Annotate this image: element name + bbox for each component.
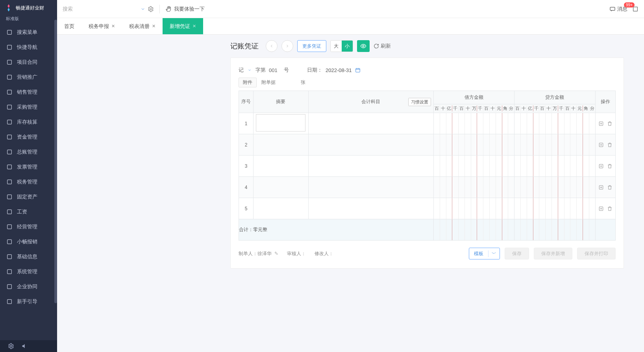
- summary-input[interactable]: [256, 114, 305, 132]
- next-voucher-button[interactable]: [281, 40, 293, 52]
- amount-cell[interactable]: [459, 113, 465, 134]
- account-cell[interactable]: [308, 177, 433, 198]
- amount-cell[interactable]: [521, 113, 527, 134]
- tab-3[interactable]: 新增凭证✕: [163, 18, 203, 34]
- amount-cell[interactable]: [459, 134, 465, 155]
- amount-cell[interactable]: [434, 177, 440, 198]
- template-button[interactable]: 模板 ﹀: [469, 248, 500, 259]
- sidebar-item-2[interactable]: 项目合同: [0, 55, 57, 70]
- amount-cell[interactable]: [434, 198, 440, 219]
- sidebar-item-17[interactable]: 企业协同: [0, 279, 57, 294]
- sidebar-item-4[interactable]: 销售管理: [0, 85, 57, 100]
- amount-cell[interactable]: [558, 113, 564, 134]
- amount-cell[interactable]: [508, 134, 514, 155]
- amount-cell[interactable]: [496, 113, 502, 134]
- sidebar-item-7[interactable]: 资金管理: [0, 130, 57, 145]
- delete-row-icon[interactable]: [607, 121, 613, 126]
- amount-cell[interactable]: [434, 113, 440, 134]
- amount-cell[interactable]: [558, 134, 564, 155]
- amount-cell[interactable]: [527, 113, 533, 134]
- amount-cell[interactable]: [570, 177, 577, 198]
- amount-cell[interactable]: [583, 113, 589, 134]
- amount-cell[interactable]: [465, 113, 471, 134]
- amount-cell[interactable]: [508, 198, 514, 219]
- amount-cell[interactable]: [440, 113, 446, 134]
- add-row-icon[interactable]: [598, 206, 604, 211]
- amount-cell[interactable]: [446, 177, 453, 198]
- amount-cell[interactable]: [496, 134, 502, 155]
- amount-cell[interactable]: [546, 156, 552, 176]
- close-icon[interactable]: ✕: [152, 24, 155, 29]
- chevron-down-icon[interactable]: [248, 68, 252, 72]
- save-button[interactable]: 保存: [505, 248, 529, 259]
- add-row-icon[interactable]: [598, 163, 604, 169]
- more-voucher-button[interactable]: 更多凭证: [297, 40, 326, 52]
- sidebar-item-13[interactable]: 经营管理: [0, 219, 57, 234]
- amount-cell[interactable]: [440, 198, 446, 219]
- amount-cell[interactable]: [483, 156, 490, 176]
- amount-cell[interactable]: [459, 198, 465, 219]
- sidebar-item-12[interactable]: 工资: [0, 204, 57, 219]
- view-toggle-button[interactable]: [357, 40, 370, 52]
- amount-cell[interactable]: [521, 198, 527, 219]
- sidebar-item-16[interactable]: 系统管理: [0, 264, 57, 279]
- amount-cell[interactable]: [577, 177, 583, 198]
- amount-cell[interactable]: [521, 134, 527, 155]
- amount-cell[interactable]: [446, 198, 453, 219]
- add-row-icon[interactable]: [598, 121, 604, 126]
- account-cell[interactable]: [308, 198, 433, 219]
- amount-cell[interactable]: [546, 134, 552, 155]
- sidebar-item-5[interactable]: 采购管理: [0, 100, 57, 115]
- sidebar-item-18[interactable]: 新手引导: [0, 294, 57, 309]
- amount-cell[interactable]: [471, 177, 477, 198]
- sidebar-item-3[interactable]: 营销推广: [0, 70, 57, 85]
- amount-cell[interactable]: [459, 156, 465, 176]
- account-cell[interactable]: [308, 113, 433, 134]
- sidebar-item-0[interactable]: 搜索菜单: [0, 25, 57, 40]
- amount-cell[interactable]: [527, 177, 533, 198]
- prev-voucher-button[interactable]: [266, 40, 278, 52]
- amount-cell[interactable]: [539, 134, 546, 155]
- sidebar-item-1[interactable]: 快捷导航: [0, 40, 57, 55]
- amount-cell[interactable]: [570, 134, 577, 155]
- amount-cell[interactable]: [483, 177, 490, 198]
- amount-cell[interactable]: [446, 156, 453, 176]
- amount-cell[interactable]: [477, 156, 483, 176]
- amount-cell[interactable]: [471, 113, 477, 134]
- amount-cell[interactable]: [552, 198, 558, 219]
- sidebar-item-9[interactable]: 发票管理: [0, 159, 57, 174]
- summary-cell[interactable]: [253, 156, 308, 177]
- save-new-button[interactable]: 保存并新增: [534, 248, 572, 259]
- amount-cell[interactable]: [564, 177, 571, 198]
- add-row-icon[interactable]: [598, 142, 604, 148]
- sidebar-item-14[interactable]: 小畅报销: [0, 234, 57, 249]
- amount-cell[interactable]: [465, 177, 471, 198]
- amount-cell[interactable]: [583, 177, 589, 198]
- tab-0[interactable]: 首页: [57, 18, 81, 34]
- amount-cell[interactable]: [539, 177, 546, 198]
- amount-cell[interactable]: [552, 156, 558, 176]
- amount-cell[interactable]: [533, 113, 540, 134]
- amount-cell[interactable]: [514, 113, 521, 134]
- amount-cell[interactable]: [434, 134, 440, 155]
- amount-cell[interactable]: [539, 198, 546, 219]
- amount-cell[interactable]: [564, 156, 571, 176]
- calendar-icon[interactable]: [355, 67, 361, 73]
- amount-cell[interactable]: [546, 113, 552, 134]
- amount-cell[interactable]: [483, 134, 490, 155]
- amount-cell[interactable]: [465, 198, 471, 219]
- amount-cell[interactable]: [483, 198, 490, 219]
- amount-cell[interactable]: [452, 198, 459, 219]
- amount-cell[interactable]: [440, 177, 446, 198]
- amount-cell[interactable]: [527, 156, 533, 176]
- delete-row-icon[interactable]: [607, 142, 613, 148]
- amount-cell[interactable]: [440, 134, 446, 155]
- amount-cell[interactable]: [502, 113, 509, 134]
- amount-cell[interactable]: [589, 177, 595, 198]
- amount-cell[interactable]: [490, 198, 496, 219]
- add-row-icon[interactable]: [598, 185, 604, 190]
- voucher-type[interactable]: 记: [239, 67, 244, 74]
- amount-cell[interactable]: [589, 134, 595, 155]
- amount-cell[interactable]: [508, 177, 514, 198]
- amount-cell[interactable]: [465, 156, 471, 176]
